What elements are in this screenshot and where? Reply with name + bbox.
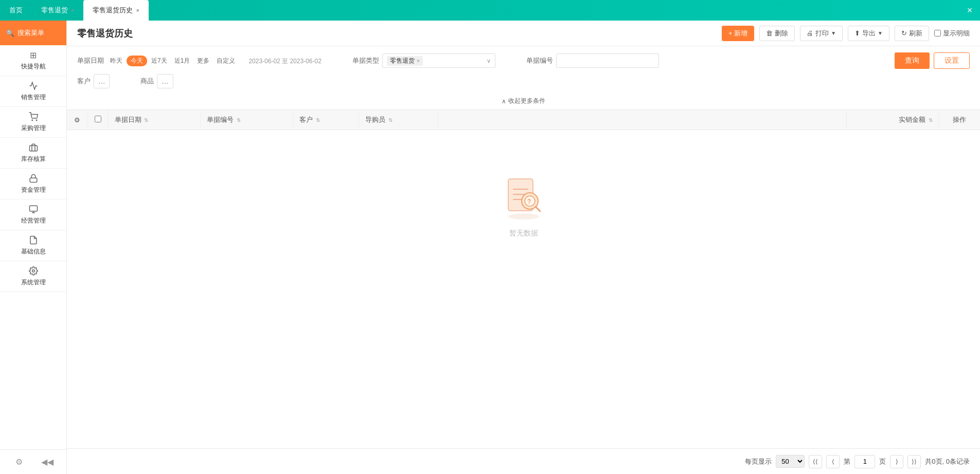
type-filter-label: 单据类型 [352,56,379,65]
print-button[interactable]: 🖨 打印 ▼ [800,26,843,41]
th-amount[interactable]: 实销金额 ⇅ [846,110,939,130]
delete-icon: 🗑 [766,29,773,37]
type-select[interactable]: 零售退货 × ∨ [382,53,495,68]
query-button[interactable]: 查询 [895,52,930,69]
first-page-button[interactable]: ⟨⟨ [809,455,822,468]
svg-rect-3 [30,178,37,182]
date-option-yesterday[interactable]: 昨天 [107,56,126,66]
new-button[interactable]: + 新增 [722,26,754,41]
type-tag-label: 零售退货 [390,57,415,65]
basic-info-icon [28,235,39,245]
goods-filter-label: 商品 [140,77,154,86]
empty-text: 暂无数据 [509,229,538,238]
page-number-input[interactable] [854,455,875,468]
th-customer[interactable]: 客户 ⇅ [293,110,359,130]
header-actions: + 新增 🗑 删除 🖨 打印 ▼ ⬆ 导出 ▼ ↻ 刷新 [722,26,970,41]
refresh-button[interactable]: ↻ 刷新 [895,26,929,41]
tab-retail-return-history-close[interactable]: × [136,7,139,13]
th-settings[interactable]: ⚙ [67,110,87,130]
empty-state: ? 暂无数据 [67,130,980,279]
tab-retail-return-close[interactable]: × [71,7,74,13]
delete-button[interactable]: 🗑 删除 [759,26,795,41]
sidebar-item-system-mgmt[interactable]: 系统管理 [0,261,66,292]
top-bar: 首页 零售退货 × 零售退货历史 × × [0,0,980,21]
svg-point-0 [32,120,33,121]
date-filter-label: 单据日期 [77,56,104,65]
date-options: 昨天 今天 近7天 近1月 更多 自定义 [107,56,238,66]
customer-filter-label: 客户 [77,77,91,86]
filter-row-2: 客户 ... 商品 ... [77,74,970,88]
sidebar-item-quick-nav[interactable]: ⊞ 快捷导航 [0,45,66,76]
window-close-button[interactable]: × [959,0,980,21]
date-filter: 单据日期 昨天 今天 近7天 近1月 更多 自定义 [77,56,238,66]
svg-point-8 [508,213,539,220]
th-action-label: 操作 [953,116,966,123]
sidebar-item-sales-mgmt[interactable]: 销售管理 [0,76,66,107]
quick-nav-icon: ⊞ [28,50,39,60]
date-option-custom[interactable]: 自定义 [213,56,238,66]
type-tag-close[interactable]: × [417,58,420,64]
operations-icon [28,204,39,214]
date-range-text: 2023-06-02 至 2023-06-02 [248,57,321,66]
number-filter: 单据编号 [526,53,659,68]
customer-input[interactable]: ... [94,74,110,88]
pagination-bar: 每页显示 50 100 200 ⟨⟨ ⟨ 第 页 ⟩ ⟩⟩ 共0页, 0条记录 [67,448,980,474]
date-option-today[interactable]: 今天 [127,56,147,66]
type-select-arrow-icon: ∨ [487,58,491,64]
th-customer-sort-icon: ⇅ [316,117,320,123]
th-date[interactable]: 单据日期 ⇅ [108,110,201,130]
date-option-7days[interactable]: 近7天 [148,56,170,66]
sidebar-item-basic-info[interactable]: 基础信息 [0,230,66,261]
filter-area: 单据日期 昨天 今天 近7天 近1月 更多 自定义 2023-06-02 至 2… [67,46,980,110]
th-date-label: 单据日期 [115,116,141,123]
customer-filter: 客户 ... [77,74,110,88]
tab-retail-return[interactable]: 零售退货 × [32,0,83,21]
last-page-button[interactable]: ⟩⟩ [907,455,921,468]
show-detail-checkbox[interactable]: 显示明细 [934,29,970,38]
sidebar-item-finance[interactable]: 资金管理 [0,169,66,199]
date-range-display: 2023-06-02 至 2023-06-02 [248,56,321,66]
sidebar-item-operations[interactable]: 经营管理 [0,199,66,230]
settings-gear-button[interactable]: ⚙ [11,454,27,470]
next-page-button[interactable]: ⟩ [890,455,903,468]
sidebar-search[interactable]: 🔍 搜索菜单 [0,21,66,45]
svg-point-7 [32,270,34,272]
th-guide[interactable]: 导购员 ⇅ [359,110,438,130]
goods-input[interactable]: ... [157,74,173,88]
date-option-more[interactable]: 更多 [194,56,212,66]
tab-list: 首页 零售退货 × 零售退货历史 × [0,0,959,21]
th-guide-label: 导购员 [365,116,385,123]
date-option-1month[interactable]: 近1月 [171,56,193,66]
tab-home[interactable]: 首页 [0,0,32,21]
filter-buttons: 查询 设置 [895,52,970,69]
search-icon: 🔍 [6,29,14,37]
th-date-sort-icon: ⇅ [144,117,148,123]
th-number[interactable]: 单据编号 ⇅ [201,110,293,130]
sidebar-item-purchase-mgmt[interactable]: 采购管理 [0,107,66,138]
sidebar-sound-button[interactable]: ◀◀ [39,454,56,470]
filter-settings-button[interactable]: 设置 [934,52,970,69]
collapse-label: 收起更多条件 [508,97,545,105]
sidebar-item-inventory[interactable]: 库存核算 [0,138,66,169]
page-size-select[interactable]: 50 100 200 [776,455,805,468]
collapse-up-icon: ∧ [502,98,506,105]
th-checkbox[interactable] [87,110,108,130]
data-table: ⚙ 单据日期 ⇅ 单据编号 ⇅ [67,110,980,130]
export-button[interactable]: ⬆ 导出 ▼ [848,26,889,41]
th-amount-label: 实销金额 [899,116,925,123]
page-size-label: 每页显示 [745,457,772,466]
page-label: 第 [844,457,850,466]
main-layout: 🔍 搜索菜单 ⊞ 快捷导航 销售管理 采购管理 [0,21,980,474]
select-all-checkbox[interactable] [95,116,101,122]
table-area: ⚙ 单据日期 ⇅ 单据编号 ⇅ [67,110,980,448]
page-header: 零售退货历史 + 新增 🗑 删除 🖨 打印 ▼ ⬆ 导出 ▼ [67,21,980,46]
collapse-bar[interactable]: ∧ 收起更多条件 [77,94,970,110]
system-mgmt-icon [28,266,39,276]
show-detail-label: 显示明细 [943,29,970,38]
tab-retail-return-history[interactable]: 零售退货历史 × [83,0,148,21]
show-detail-input[interactable] [934,30,941,37]
sidebar-item-quick-nav-label: 快捷导航 [21,62,46,71]
goods-filter: 商品 ... [140,74,173,88]
prev-page-button[interactable]: ⟨ [826,455,840,468]
number-input[interactable] [556,53,659,68]
